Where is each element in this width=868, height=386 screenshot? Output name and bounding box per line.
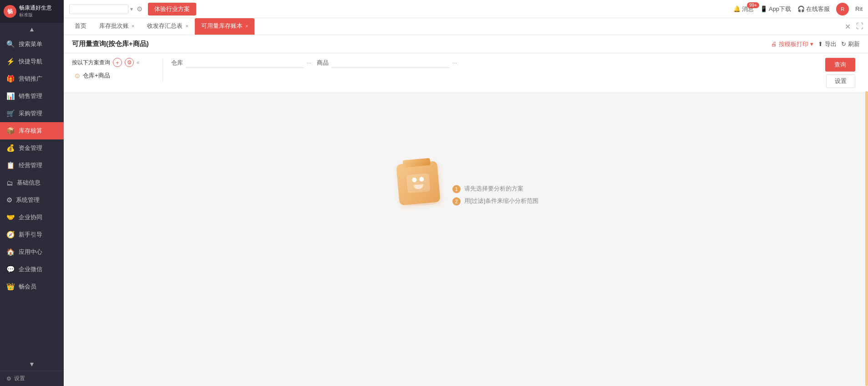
warehouse-input[interactable]: [186, 58, 304, 68]
sidebar-item-sales[interactable]: 📊销售管理: [0, 87, 64, 105]
customer-service-button[interactable]: 🎧 在线客服: [797, 5, 830, 13]
export-label: 导出: [825, 40, 837, 48]
page-header: 可用量查询(按仓库+商品) 🖨 按模板打印 ▾ ⬆ 导出 ↻ 刷新: [64, 35, 868, 53]
operation-icon: 📋: [6, 161, 15, 170]
tip-num-1: 1: [452, 185, 461, 193]
sidebar-item-finance[interactable]: 💰资金管理: [0, 139, 64, 157]
sidebar-item-operation[interactable]: 📋经营管理: [0, 157, 64, 174]
avatar[interactable]: R: [836, 3, 849, 15]
filter-action-buttons: 查询 设置: [821, 58, 860, 88]
sidebar-item-label-system: 系统管理: [16, 196, 40, 204]
filter-scheme-header: 按以下方案查询 + ⚙ «: [72, 58, 158, 67]
sidebar-item-cooperation[interactable]: 🤝企业协同: [0, 209, 64, 226]
tab-batch-account-close[interactable]: ×: [132, 23, 134, 29]
sidebar-item-label-basic: 基础信息: [17, 179, 41, 187]
tip-num-2: 2: [452, 197, 461, 206]
sidebar-item-inventory[interactable]: 📦库存核算: [0, 122, 64, 139]
sidebar-nav: 🔍搜索菜单⚡快捷导航🎁营销推广📊销售管理🛒采购管理📦库存核算💰资金管理📋经营管理…: [0, 36, 64, 358]
sidebar-item-label-apps: 应用中心: [19, 248, 42, 256]
filter-add-button[interactable]: +: [113, 58, 122, 67]
tab-receipts-summary-close[interactable]: ×: [185, 23, 188, 29]
basic-icon: 🗂: [6, 179, 13, 187]
print-label: 按模板打印: [779, 40, 808, 48]
box-eyes: [411, 177, 426, 183]
refresh-button[interactable]: ↻ 刷新: [841, 40, 860, 48]
sidebar-item-apps[interactable]: 🏠应用中心: [0, 243, 64, 261]
page-header-actions: 🖨 按模板打印 ▾ ⬆ 导出 ↻ 刷新: [771, 40, 860, 48]
goods-input[interactable]: [331, 58, 450, 68]
industry-solution-button[interactable]: 体验行业方案: [148, 3, 196, 15]
scheme-icon: ⊙: [75, 72, 80, 79]
sales-icon: 📊: [6, 92, 15, 100]
tab-available-stock-close[interactable]: ×: [245, 23, 248, 29]
chevron-down-icon[interactable]: ▾: [130, 6, 133, 12]
export-button[interactable]: ⬆ 导出: [818, 40, 837, 48]
filter-scheme-settings-button[interactable]: ⚙: [125, 58, 134, 67]
apps-icon: 🏠: [6, 248, 15, 256]
filter-scheme-warehouse-goods[interactable]: ⊙ 仓库+商品: [72, 70, 158, 82]
sidebar-scroll-down[interactable]: ▼: [0, 358, 64, 371]
warehouse-more-button[interactable]: ···: [307, 60, 311, 66]
sidebar-item-marketing[interactable]: 🎁营销推广: [0, 70, 64, 87]
filter-scheme-panel: 按以下方案查询 + ⚙ « ⊙ 仓库+商品: [72, 58, 163, 82]
sidebar-item-label-finance: 资金管理: [19, 144, 42, 152]
tab-receipts-summary[interactable]: 收发存汇总表 ×: [141, 18, 194, 35]
tabbar-expand-icon[interactable]: ⛶: [856, 22, 863, 31]
sidebar-item-label-marketing: 营销推广: [19, 75, 42, 83]
filter-row-warehouse: 仓库 ··· 商品 ···: [171, 58, 821, 68]
sidebar-item-newbie[interactable]: 🧭新手引导: [0, 226, 64, 243]
username-label[interactable]: Rit: [855, 5, 863, 12]
sidebar-item-label-wechat: 企业微信: [19, 265, 42, 273]
message-button[interactable]: 🔔 消息 99+: [733, 5, 754, 13]
goods-more-button[interactable]: ···: [452, 60, 457, 66]
marketing-icon: 🎁: [6, 75, 15, 83]
sidebar-item-wechat[interactable]: 💬企业微信: [0, 261, 64, 278]
sidebar-item-purchase[interactable]: 🛒采购管理: [0, 105, 64, 122]
tabbar: 首页 库存批次账 × 收发存汇总表 × 可用量库存账本 × ✕ ⛶: [64, 18, 868, 35]
sidebar-subtitle: 标准版: [19, 12, 52, 18]
wechat-icon: 💬: [6, 265, 15, 273]
main-content: ▾ ⚙ 体验行业方案 🔔 消息 99+ 📱 App下载 🎧 在线客服 R Rit: [64, 0, 868, 386]
right-scrollbar[interactable]: [865, 91, 868, 386]
sidebar-item-label-newbie: 新手引导: [19, 231, 42, 239]
inventory-icon: 📦: [6, 127, 15, 135]
tab-available-stock[interactable]: 可用量库存账本 ×: [195, 18, 254, 35]
purchase-icon: 🛒: [6, 109, 15, 118]
sidebar-item-system[interactable]: ⚙系统管理: [0, 191, 64, 209]
headset-icon: 🎧: [797, 5, 805, 12]
filter-fields-panel: 仓库 ··· 商品 ···: [163, 58, 821, 68]
shortcut-icon: ⚡: [6, 57, 15, 66]
sidebar-item-label-shortcut: 快捷导航: [19, 57, 42, 66]
sidebar-item-label-purchase: 采购管理: [19, 109, 42, 118]
page-title: 可用量查询(按仓库+商品): [72, 40, 149, 48]
sidebar-item-shortcut[interactable]: ⚡快捷导航: [0, 53, 64, 70]
topbar: ▾ ⚙ 体验行业方案 🔔 消息 99+ 📱 App下载 🎧 在线客服 R Rit: [64, 0, 868, 18]
sidebar-item-label-operation: 经营管理: [19, 161, 42, 170]
sidebar-bottom-settings[interactable]: ⚙ 设置: [0, 371, 64, 386]
print-button[interactable]: 🖨 按模板打印 ▾: [771, 40, 813, 48]
bell-icon: 🔔: [733, 5, 741, 12]
search-input[interactable]: [69, 4, 128, 14]
box-mouth: [413, 184, 424, 190]
printer-icon: 🖨: [771, 41, 777, 47]
tabbar-close-all-icon[interactable]: ✕: [845, 22, 851, 31]
column-settings-button[interactable]: 设置: [826, 74, 855, 88]
tab-home[interactable]: 首页: [68, 18, 93, 35]
sidebar-item-search[interactable]: 🔍搜索菜单: [0, 36, 64, 53]
sidebar-item-basic[interactable]: 🗂基础信息: [0, 174, 64, 191]
sidebar-scroll-up[interactable]: ▲: [0, 23, 64, 36]
topbar-right: 🔔 消息 99+ 📱 App下载 🎧 在线客服 R Rit: [733, 3, 863, 15]
sidebar-item-label-sales: 销售管理: [19, 92, 42, 100]
box-face: [406, 173, 430, 193]
tab-batch-account[interactable]: 库存批次账 ×: [93, 18, 141, 35]
filter-collapse-button[interactable]: «: [137, 59, 140, 66]
topbar-search-area: ▾ ⚙: [69, 4, 142, 14]
sidebar-item-member[interactable]: 👑畅会员: [0, 278, 64, 295]
service-label: 在线客服: [806, 5, 830, 13]
topbar-gear-icon[interactable]: ⚙: [137, 5, 142, 13]
sidebar-item-label-inventory: 库存核算: [19, 127, 42, 135]
box-icon: [396, 161, 441, 206]
query-button[interactable]: 查询: [825, 58, 855, 72]
mobile-icon: 📱: [760, 5, 767, 12]
app-download-button[interactable]: 📱 App下载: [760, 5, 791, 13]
